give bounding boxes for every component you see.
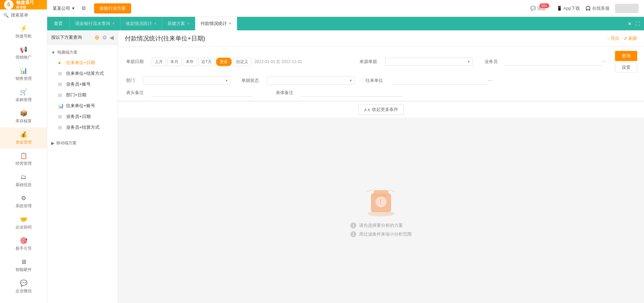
- scheme-salesman-account[interactable]: ⊞ 业务员+账号: [47, 79, 118, 90]
- left-panel-actions: ⊕ ⚙ ◀: [94, 34, 114, 41]
- page-header: 付款情况统计(往来单位+日期) ↑ 导出 ↺ 刷新: [118, 30, 644, 47]
- sidebar-label-enterprise: 企业协同: [16, 224, 32, 230]
- scheme-partner-settle[interactable]: ⊞ 往来单位+结算方式: [47, 68, 118, 79]
- tab-payment-stats-close[interactable]: ×: [229, 21, 231, 26]
- tab-close-all-icon[interactable]: ✕: [628, 21, 632, 26]
- company-selector[interactable]: 某某公司 ▾: [53, 5, 75, 11]
- salesman-input[interactable]: [506, 58, 603, 66]
- sidebar-item-sales[interactable]: 📊 销售管理: [0, 64, 47, 85]
- page-title: 付款情况统计(往来单位+日期): [125, 34, 205, 42]
- sidebar-item-member[interactable]: ♦ 畅会员: [0, 297, 47, 303]
- scheme-settings-btn[interactable]: ⚙: [102, 34, 107, 41]
- empty-tips: 1 请先选择要分析的方案 2 用过滤条件来缩小分析范围: [350, 222, 412, 237]
- scheme-active-icon: ●: [58, 60, 63, 65]
- filter-settings-btn[interactable]: 设置: [615, 62, 637, 72]
- query-btn[interactable]: 查询: [615, 51, 637, 61]
- scheme-partner-account[interactable]: 📊 往来单位+账号: [47, 100, 118, 111]
- sidebar-item-hardware[interactable]: 🖥 智能硬件: [0, 255, 47, 276]
- tab-new-scheme[interactable]: 新建方案 ×: [162, 17, 195, 30]
- filter-row-2: 部门 ▾ 单据状态 ▾ 往来单位 ···: [125, 77, 637, 85]
- date-btn-custom[interactable]: 自定义: [233, 58, 251, 66]
- partner-input[interactable]: [391, 77, 488, 85]
- scheme-chart-icon: 📊: [58, 103, 63, 109]
- collapse-filter-btn[interactable]: ∧∧ 收起更多条件: [358, 104, 404, 115]
- tab-new-scheme-close[interactable]: ×: [187, 21, 189, 26]
- status-select[interactable]: ▾: [267, 77, 355, 85]
- desktop-section: ▼ 电脑端方案 ● 往来单位+日期 ⊞ 往来单位+结算方式 ⊞ 业务员+账号 ⊞: [47, 45, 118, 135]
- sidebar-icon-member: ♦: [20, 301, 27, 303]
- sidebar-item-purchase[interactable]: 🛒 采购管理: [0, 85, 47, 106]
- empty-tip-1: 1 请先选择要分析的方案: [350, 222, 412, 229]
- tab-bank-flow-close[interactable]: ×: [112, 21, 115, 26]
- top-header: 某某公司 ▾ ⚙ 体验行业方案 💬 消息 99+ 📱 App下载 🎧 在线客服: [47, 0, 644, 17]
- dept-select[interactable]: ▾: [143, 77, 231, 85]
- sidebar-item-enterprise[interactable]: 🤝 企业协同: [0, 212, 47, 234]
- scheme-salesman-date[interactable]: ⊞ 业务员+日期: [47, 111, 118, 122]
- scheme-dept-date[interactable]: ⊞ 部门+日期: [47, 90, 118, 100]
- scheme-salesman-settle[interactable]: ⊞ 业务员+结算方式: [47, 122, 118, 133]
- left-panel: 按以下方案查询 ⊕ ⚙ ◀ ▼ 电脑端方案 ● 往来单位+日期 ⊞: [47, 30, 118, 303]
- tab-home[interactable]: 首页: [47, 17, 70, 30]
- header-settings-icon[interactable]: ⚙: [81, 5, 86, 11]
- export-btn[interactable]: ↑ 导出: [607, 35, 620, 41]
- search-menu[interactable]: 🔍 搜索菜单: [0, 9, 47, 21]
- header-service-btn[interactable]: 🎧 在线客服: [585, 5, 610, 11]
- panel-collapse-btn[interactable]: ◀: [110, 34, 114, 41]
- header-app-btn[interactable]: 📱 App下载: [557, 5, 580, 11]
- sidebar-item-basic[interactable]: 🗂 基础信息: [0, 170, 47, 191]
- body-note-label: 表体备注: [274, 90, 293, 96]
- header-msg-btn[interactable]: 💬 消息 99+: [530, 5, 546, 11]
- sidebar-item-wechat[interactable]: 💬 企业微信: [0, 276, 47, 297]
- sidebar-icon-operation: 📋: [20, 152, 27, 159]
- partner-label: 往来单位: [363, 78, 383, 84]
- logo-icon: 6: [4, 0, 13, 9]
- refresh-btn[interactable]: ↺ 刷新: [623, 35, 637, 41]
- date-btn-more[interactable]: 更多: [216, 58, 232, 66]
- date-btn-this-year[interactable]: 本年: [183, 58, 197, 66]
- head-note-input[interactable]: [152, 89, 253, 97]
- sidebar-icon-marketing: 📢: [20, 46, 27, 53]
- tab-bank-flow[interactable]: 现金银行流水查询 ×: [70, 17, 120, 30]
- mobile-section-title[interactable]: ▶ 移动端方案: [47, 138, 118, 148]
- source-select[interactable]: ▾: [385, 58, 473, 66]
- export-icon: ↑: [607, 36, 610, 41]
- right-main: 付款情况统计(往来单位+日期) ↑ 导出 ↺ 刷新 单据日期: [118, 30, 644, 303]
- company-dropdown-icon[interactable]: ▾: [72, 6, 75, 11]
- tab-expand-icon[interactable]: ⛶: [636, 21, 640, 26]
- header-avatar[interactable]: [615, 4, 639, 13]
- sidebar-item-inventory[interactable]: 📦 库存核算: [0, 106, 47, 127]
- date-btn-this-month[interactable]: 本月: [167, 58, 181, 66]
- tab-receipt-stats-close[interactable]: ×: [154, 21, 156, 26]
- partner-ellipsis[interactable]: ···: [488, 78, 492, 84]
- date-range-text: 2022-01-01 至 2022-12-31: [255, 59, 302, 65]
- search-icon: 🔍: [3, 13, 9, 18]
- tab-receipt-stats[interactable]: 收款情况统计 ×: [120, 17, 162, 30]
- desktop-section-title[interactable]: ▼ 电脑端方案: [47, 48, 118, 57]
- trial-btn[interactable]: 体验行业方案: [94, 3, 131, 13]
- sidebar-item-operation[interactable]: 📋 经营管理: [0, 149, 47, 170]
- scheme-partner-settle-label: 往来单位+结算方式: [66, 70, 104, 77]
- sidebar-icon-quick-nav: ⚡: [20, 25, 27, 32]
- sidebar-item-marketing[interactable]: 📢 营销推广: [0, 42, 47, 64]
- date-shortcuts: 上月 本月 本年 近7天 更多 自定义: [152, 58, 251, 66]
- body-note-input[interactable]: [301, 89, 403, 97]
- service-label: 在线客服: [592, 5, 610, 11]
- sidebar-label-guide: 新手引导: [16, 246, 32, 251]
- add-scheme-btn[interactable]: ⊕: [94, 34, 99, 41]
- tab-payment-stats[interactable]: 付款情况统计 ×: [195, 17, 237, 30]
- date-btn-7days[interactable]: 近7天: [198, 58, 215, 66]
- sidebar-item-capital[interactable]: 💰 资金管理: [0, 127, 47, 149]
- source-chevron: ▾: [468, 59, 470, 64]
- status-chevron: ▾: [350, 78, 352, 83]
- sidebar-label-sales: 销售管理: [16, 76, 32, 82]
- sidebar-item-quick-nav[interactable]: ⚡ 快捷导航: [0, 21, 47, 42]
- service-icon: 🎧: [585, 6, 591, 11]
- date-btn-last-month[interactable]: 上月: [152, 58, 166, 66]
- scheme-table-icon-5: ⊞: [58, 125, 63, 130]
- sidebar-item-system[interactable]: ⚙ 系统管理: [0, 191, 47, 212]
- scheme-partner-date[interactable]: ● 往来单位+日期: [47, 57, 118, 68]
- salesman-ellipsis[interactable]: ···: [603, 59, 607, 65]
- app-icon: 📱: [557, 6, 562, 11]
- salesman-control: ···: [506, 58, 607, 66]
- sidebar-item-guide[interactable]: 🎯 新手引导: [0, 234, 47, 255]
